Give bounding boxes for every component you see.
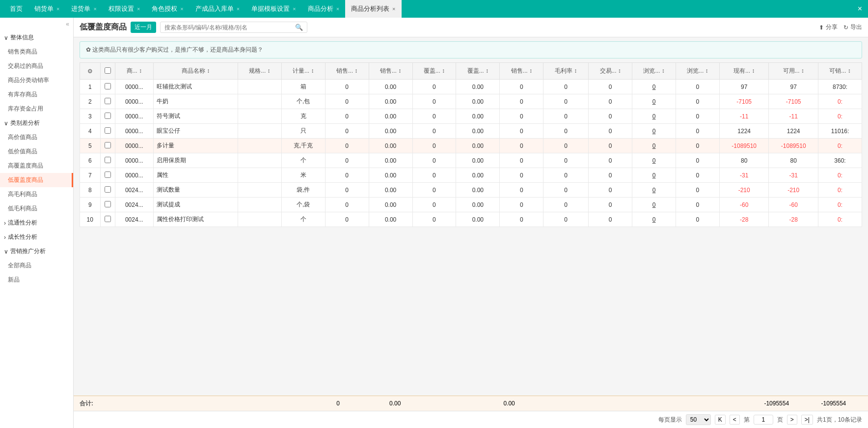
- sidebar-item-high-profit[interactable]: 高毛利商品: [0, 187, 73, 201]
- th-sales-amt[interactable]: 销售... ↕: [369, 63, 412, 80]
- row-views1[interactable]: 0: [632, 139, 676, 153]
- th-views1[interactable]: 浏览... ↕: [632, 63, 676, 80]
- tab-home[interactable]: 首页: [4, 0, 28, 18]
- row-views1[interactable]: 0: [632, 80, 676, 94]
- close-tab-icon[interactable]: ×: [293, 6, 296, 12]
- tab-sales-order[interactable]: 销货单 ×: [28, 0, 65, 18]
- page-size-select[interactable]: 50 20 100: [686, 414, 711, 425]
- date-filter-button[interactable]: 近一月: [131, 22, 156, 33]
- close-tab-icon[interactable]: ×: [180, 6, 183, 12]
- sidebar-item-low-coverage[interactable]: 低覆盖度商品: [0, 173, 73, 187]
- close-tab-icon[interactable]: ×: [336, 6, 339, 12]
- sidebar-item-in-stock[interactable]: 有库存商品: [0, 87, 73, 102]
- th-settings[interactable]: ⚙: [80, 63, 101, 80]
- tab-finished-goods[interactable]: 产成品入库单 ×: [190, 0, 245, 18]
- row-select-checkbox[interactable]: [105, 186, 111, 193]
- sidebar-section-growth[interactable]: › 成长性分析: [0, 230, 73, 244]
- search-input[interactable]: [164, 24, 295, 31]
- row-checkbox[interactable]: [100, 198, 115, 212]
- th-code[interactable]: 商... ↕: [115, 63, 153, 80]
- tab-role-auth[interactable]: 角色授权 ×: [146, 0, 189, 18]
- search-icon[interactable]: 🔍: [295, 24, 303, 31]
- sidebar-collapse-button[interactable]: «: [0, 18, 73, 30]
- sidebar-item-low-profit[interactable]: 低毛利商品: [0, 201, 73, 216]
- sidebar-section-marketing[interactable]: ∨ 营销推广分析: [0, 244, 73, 258]
- th-sales-extra[interactable]: 销售... ↕: [500, 63, 543, 80]
- row-views1[interactable]: 0: [632, 109, 676, 124]
- row-checkbox[interactable]: [100, 183, 115, 198]
- row-checkbox[interactable]: [100, 139, 115, 153]
- row-checkbox[interactable]: [100, 212, 115, 227]
- table-container[interactable]: ⚙ 商... ↕ 商品名称 ↕ 规格... ↕ 计量... ↕ 销售... ↕ …: [80, 62, 862, 396]
- info-banner: ✿ 这类商品只有很少客户购买过，是推广不够，还是商品本身问题？: [80, 41, 862, 58]
- row-views1[interactable]: 0: [632, 212, 676, 227]
- tab-permissions[interactable]: 权限设置 ×: [103, 0, 146, 18]
- th-current-stock[interactable]: 现有... ↕: [719, 63, 769, 80]
- close-tab-icon[interactable]: ×: [237, 6, 240, 12]
- row-checkbox[interactable]: [100, 124, 115, 139]
- tab-goods-analysis-list[interactable]: 商品分析列表 ×: [345, 0, 401, 18]
- share-button[interactable]: ⬆ 分享: [819, 23, 838, 31]
- th-views2[interactable]: 浏览... ↕: [676, 63, 720, 80]
- row-checkbox[interactable]: [100, 80, 115, 94]
- sidebar-item-high-coverage[interactable]: 高覆盖度商品: [0, 159, 73, 173]
- sidebar-item-sales-goods[interactable]: 销售类商品: [0, 45, 73, 59]
- row-select-checkbox[interactable]: [105, 98, 111, 104]
- row-views1[interactable]: 0: [632, 94, 676, 109]
- row-select-checkbox[interactable]: [105, 157, 111, 163]
- sidebar-item-low-value[interactable]: 低价值商品: [0, 144, 73, 159]
- close-tab-icon[interactable]: ×: [137, 6, 140, 12]
- sidebar-item-high-value[interactable]: 高价值商品: [0, 130, 73, 144]
- row-select-checkbox[interactable]: [105, 113, 111, 119]
- th-transactions[interactable]: 交易... ↕: [589, 63, 632, 80]
- row-views1[interactable]: 0: [632, 153, 676, 168]
- sidebar-item-stock-funds[interactable]: 库存资金占用: [0, 102, 73, 116]
- th-coverage1[interactable]: 覆盖... ↕: [412, 63, 456, 80]
- next-page-button[interactable]: >: [787, 415, 797, 425]
- row-views1[interactable]: 0: [632, 168, 676, 183]
- sidebar-section-quality[interactable]: ∨ 类别差分析: [0, 116, 73, 130]
- row-checkbox[interactable]: [100, 94, 115, 109]
- th-name[interactable]: 商品名称 ↕: [153, 63, 238, 80]
- sidebar-section-overall[interactable]: ∨ 整体信息: [0, 30, 73, 45]
- export-button[interactable]: ↻ 导出: [843, 23, 862, 31]
- th-margin[interactable]: 毛利率 ↕: [543, 63, 589, 80]
- th-sales-qty[interactable]: 销售... ↕: [325, 63, 369, 80]
- row-views1[interactable]: 0: [632, 183, 676, 198]
- tab-goods-analysis[interactable]: 商品分析 ×: [302, 0, 345, 18]
- sidebar-item-new-goods[interactable]: 新品: [0, 273, 73, 287]
- close-tab-icon[interactable]: ×: [93, 6, 96, 12]
- row-select-checkbox[interactable]: [105, 201, 111, 207]
- close-tab-icon[interactable]: ×: [56, 6, 59, 12]
- tab-template-settings[interactable]: 单据模板设置 ×: [245, 0, 301, 18]
- close-tab-icon[interactable]: ×: [392, 6, 395, 12]
- first-page-button[interactable]: K: [715, 415, 726, 425]
- row-views1[interactable]: 0: [632, 198, 676, 212]
- row-select-checkbox[interactable]: [105, 83, 111, 89]
- row-current: -11: [719, 109, 769, 124]
- th-coverage2[interactable]: 覆盖... ↕: [456, 63, 500, 80]
- row-checkbox[interactable]: [100, 109, 115, 124]
- row-select-checkbox[interactable]: [105, 216, 111, 222]
- select-all-checkbox[interactable]: [105, 67, 111, 74]
- prev-page-button[interactable]: <: [730, 415, 740, 425]
- row-select-checkbox[interactable]: [105, 142, 111, 148]
- close-all-tabs-button[interactable]: ×: [856, 2, 864, 15]
- tab-purchase-order[interactable]: 进货单 ×: [65, 0, 102, 18]
- row-checkbox[interactable]: [100, 168, 115, 183]
- sidebar-section-flow[interactable]: › 流通性分析: [0, 216, 73, 230]
- th-spec[interactable]: 规格... ↕: [238, 63, 281, 80]
- sidebar-item-all-goods[interactable]: 全部商品: [0, 258, 73, 273]
- th-unit[interactable]: 计量... ↕: [281, 63, 325, 80]
- sidebar-item-traded-goods[interactable]: 交易过的商品: [0, 59, 73, 73]
- page-input[interactable]: [754, 415, 773, 425]
- row-available: -28: [769, 212, 818, 227]
- row-select-checkbox[interactable]: [105, 171, 111, 178]
- sidebar-item-category-rate[interactable]: 商品分类动销率: [0, 73, 73, 87]
- row-views1[interactable]: 0: [632, 124, 676, 139]
- th-available-stock[interactable]: 可用... ↕: [769, 63, 818, 80]
- row-select-checkbox[interactable]: [105, 127, 111, 134]
- th-saleable[interactable]: 可销... ↕: [818, 63, 862, 80]
- row-checkbox[interactable]: [100, 153, 115, 168]
- last-page-button[interactable]: >|: [801, 415, 813, 425]
